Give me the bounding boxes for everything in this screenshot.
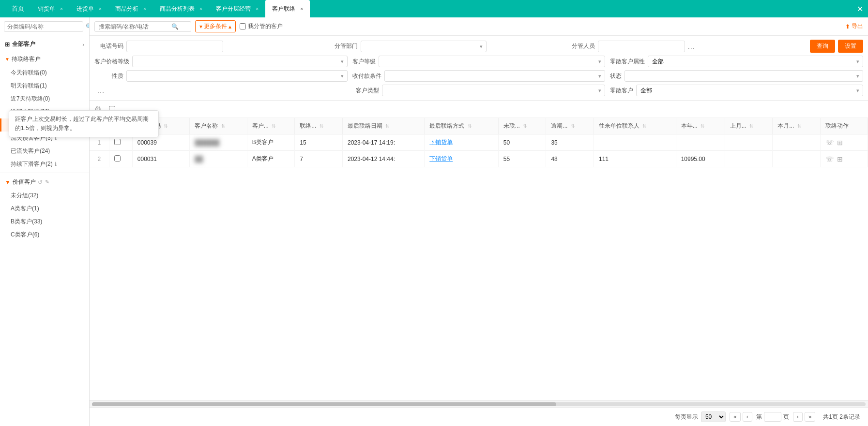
search-icon[interactable]: 🔍 — [171, 23, 179, 30]
phone-label: 电话号码 — [94, 42, 123, 50]
row-checkbox-2[interactable] — [114, 155, 121, 162]
export-icon: ⬆ — [845, 23, 850, 30]
manager-input[interactable] — [598, 41, 685, 52]
more-filter-button[interactable]: ▾ 更多条件 ▴ — [195, 20, 236, 32]
sidebar-value-customers-header[interactable]: ▼ 价值客户 ↺ ✎ — [0, 175, 89, 189]
col-overdue[interactable]: 逾期... ⇅ — [546, 118, 594, 134]
status-label: 状态 — [610, 72, 622, 80]
col-last-contact-date[interactable]: 最后联络日期 ⇅ — [342, 118, 424, 134]
data-table-container: 客户编码 ⇅ 客户名称 ⇅ 客户... ⇅ 联络... — [90, 118, 868, 400]
col-action: 联络动作 — [820, 118, 868, 134]
action-more-icon-1[interactable]: ⊞ — [837, 139, 843, 147]
cell-overdue-1: 35 — [546, 134, 594, 151]
sidebar-search-input[interactable] — [4, 21, 83, 32]
per-page-select[interactable]: 20 50 100 — [701, 411, 726, 422]
customer-level-select[interactable] — [379, 56, 606, 67]
retail-attr-select[interactable]: 全部 — [648, 56, 863, 67]
my-customers-checkbox[interactable] — [240, 23, 246, 29]
scrollbar-track[interactable] — [92, 402, 866, 406]
sort-icon-month: ⇅ — [797, 123, 801, 129]
settings-button[interactable]: 设置 — [838, 40, 863, 53]
nav-close-purchase[interactable]: × — [99, 6, 102, 12]
nav-customer-contact[interactable]: 客户联络 × — [265, 0, 310, 17]
col-last-contact-method[interactable]: 最后联络方式 ⇅ — [425, 118, 499, 134]
sidebar-declining[interactable]: 持续下滑客户(2) ℹ — [0, 158, 89, 171]
nav-close-segmentation[interactable]: × — [256, 6, 259, 12]
action-phone-icon-2[interactable]: ☏ — [825, 155, 834, 163]
sidebar-today-waiting[interactable]: 今天待联络(0) — [0, 66, 89, 79]
col-unit-contact[interactable]: 往来单位联系人 ⇅ — [594, 118, 676, 134]
col-customer-name[interactable]: 客户名称 ⇅ — [190, 118, 247, 134]
my-customers-checkbox-label[interactable]: 我分管的客户 — [240, 22, 283, 30]
value-refresh-icon[interactable]: ↺ — [38, 179, 43, 186]
nav-customer-segmentation[interactable]: 客户分层经营 × — [209, 0, 265, 17]
col-contact-count[interactable]: 联络... ⇅ — [295, 118, 343, 134]
sidebar-ungroupe[interactable]: 未分组(32) — [0, 189, 89, 202]
nav-close-sales[interactable]: × — [60, 6, 63, 12]
toolbar: 🔍 ▾ 更多条件 ▴ 我分管的客户 ⬆ 导出 — [90, 17, 868, 36]
customer-level-label: 客户等级 — [352, 58, 376, 66]
nav-product-analysis[interactable]: 商品分析 × — [108, 0, 153, 17]
window-close-button[interactable]: ✕ — [857, 4, 863, 14]
action-more-icon-2[interactable]: ⊞ — [837, 155, 843, 163]
col-customer-type[interactable]: 客户... ⇅ — [247, 118, 295, 134]
nav-close-product-list[interactable]: × — [199, 6, 202, 12]
waiting-contact-header[interactable]: ▼ 待联络客户 — [0, 52, 89, 66]
more-filter-dots[interactable]: … — [94, 87, 107, 94]
col-last-month[interactable]: 上月... ⇅ — [725, 118, 773, 134]
action-phone-icon-1[interactable]: ☏ — [825, 139, 834, 147]
horizontal-scrollbar[interactable] — [90, 400, 868, 407]
sidebar-7days-waiting[interactable]: 近7天待联络(0) — [0, 92, 89, 105]
sidebar-search-icon[interactable]: 🔍 — [86, 23, 90, 30]
price-level-select[interactable] — [132, 56, 348, 67]
cell-lmonth-2 — [725, 151, 773, 167]
sidebar-all-customers-header[interactable]: ⊞ 全部客户 › — [0, 36, 89, 52]
export-button[interactable]: ⬆ 导出 — [845, 22, 863, 30]
declining-info-icon[interactable]: ℹ — [55, 161, 57, 167]
row-checkbox-1[interactable] — [114, 139, 121, 145]
filter-status: 状态 — [610, 70, 863, 82]
contact-method-link-1[interactable]: 下销货单 — [429, 139, 453, 146]
phone-input[interactable] — [126, 41, 223, 52]
value-edit-icon[interactable]: ✎ — [45, 179, 49, 185]
nav-close-contact[interactable]: × — [300, 6, 303, 12]
sidebar-collapse-icon[interactable]: › — [82, 42, 84, 47]
cell-name-2: ██ — [190, 151, 247, 167]
search-input[interactable] — [99, 23, 171, 30]
cell-checkbox-2[interactable] — [109, 151, 132, 167]
cell-method-1: 下销货单 — [425, 134, 499, 151]
next-page-button[interactable]: › — [793, 412, 803, 422]
col-this-year[interactable]: 本年... ⇅ — [676, 118, 725, 134]
prev-page-button[interactable]: ‹ — [743, 412, 752, 422]
col-uncontacted[interactable]: 未联... ⇅ — [498, 118, 546, 134]
cell-date-1: 2023-04-17 14:19: — [342, 134, 424, 151]
scrollbar-thumb[interactable] — [92, 402, 556, 406]
nav-purchase-order[interactable]: 进货单 × — [70, 0, 108, 17]
page-input-area: 第 1 页 — [756, 412, 789, 422]
customer-type-select[interactable] — [382, 85, 606, 96]
sidebar-tomorrow-waiting[interactable]: 明天待联络(1) — [0, 79, 89, 92]
dept-select[interactable] — [361, 41, 487, 52]
nav-product-analysis-list[interactable]: 商品分析列表 × — [153, 0, 209, 17]
filter-phone: 电话号码 — [94, 41, 326, 52]
col-this-month[interactable]: 本月... ⇅ — [773, 118, 821, 134]
query-button[interactable]: 查询 — [810, 40, 835, 53]
total-records-info: 共1页 2条记录 — [823, 413, 860, 421]
last-page-button[interactable]: » — [805, 412, 816, 422]
sidebar-a-class[interactable]: A类客户(1) — [0, 202, 89, 215]
sidebar-b-class[interactable]: B类客户(33) — [0, 215, 89, 228]
payment-select[interactable] — [384, 70, 606, 82]
manager-more-btn[interactable]: … — [685, 43, 698, 50]
page-number-input[interactable]: 1 — [764, 412, 781, 422]
nav-sales-order[interactable]: 销货单 × — [31, 0, 70, 17]
status-select[interactable] — [624, 70, 863, 82]
contact-method-link-2[interactable]: 下销货单 — [429, 155, 453, 162]
gender-select[interactable] — [126, 70, 348, 82]
nav-close-product-analysis[interactable]: × — [143, 6, 146, 12]
retail-customer-select[interactable]: 全部 — [636, 85, 863, 96]
cell-type-1: B类客户 — [247, 134, 295, 151]
sidebar-c-class[interactable]: C类客户(6) — [0, 228, 89, 241]
first-page-button[interactable]: « — [730, 412, 741, 422]
sidebar-churned[interactable]: 已流失客户(24) — [0, 145, 89, 158]
nav-home[interactable]: 首页 — [5, 0, 31, 17]
